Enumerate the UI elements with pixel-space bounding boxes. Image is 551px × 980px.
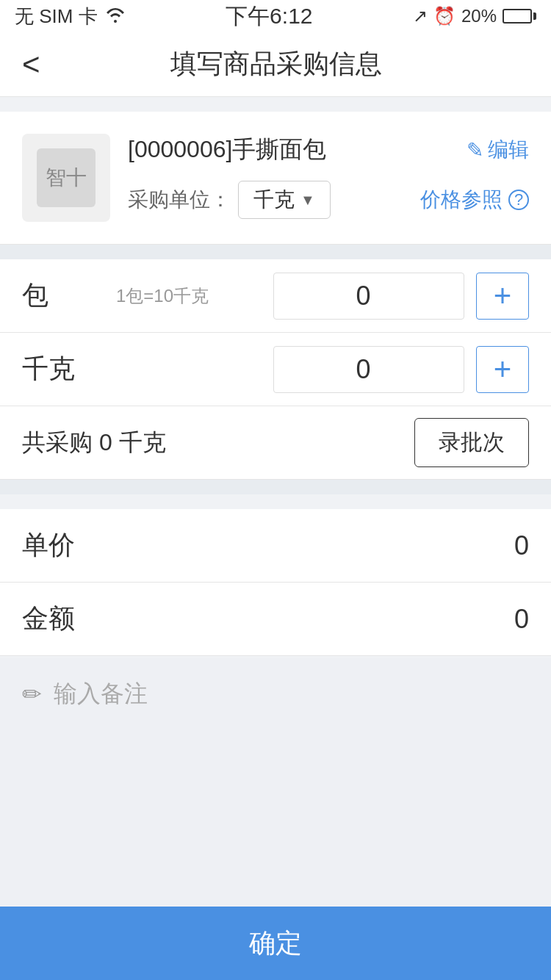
product-card: 智十 [0000006]手撕面包 ✎ 编辑 采购单位： 千克 ▼ 价格参照 ? <box>0 112 551 245</box>
confirm-button-label: 确定 <box>249 926 302 962</box>
status-left: 无 SIM 卡 <box>15 4 126 29</box>
confirm-bar[interactable]: 确定 <box>0 907 551 980</box>
batch-button[interactable]: 录批次 <box>414 418 529 467</box>
unit-value: 千克 <box>253 186 295 214</box>
pencil-icon: ✏ <box>22 680 42 708</box>
bag-quantity-input[interactable] <box>273 273 464 320</box>
price-section: 单价 0 金额 0 <box>0 509 551 656</box>
status-bar: 无 SIM 卡 下午6:12 ↗ ⏰ 20% <box>0 0 551 32</box>
edit-icon: ✎ <box>467 138 483 162</box>
kg-quantity-input[interactable] <box>273 346 464 393</box>
unit-price-label: 单价 <box>22 527 75 563</box>
back-button[interactable]: < <box>22 47 55 82</box>
product-image: 智十 <box>22 134 110 222</box>
alarm-icon: ⏰ <box>433 6 455 26</box>
total-label: 共采购 0 千克 <box>22 427 166 459</box>
bag-label: 包 <box>22 278 110 314</box>
remark-section[interactable]: ✏ 输入备注 <box>0 657 551 731</box>
help-icon: ? <box>508 190 529 210</box>
kg-plus-button[interactable]: + <box>476 346 529 393</box>
amount-row: 金额 0 <box>0 583 551 656</box>
plus-icon: + <box>494 278 512 314</box>
remark-placeholder: 输入备注 <box>54 678 148 710</box>
product-name: [0000006]手撕面包 <box>128 134 326 166</box>
nav-bar: < 填写商品采购信息 <box>0 32 551 97</box>
product-name-row: [0000006]手撕面包 ✎ 编辑 <box>128 134 529 166</box>
product-info: [0000006]手撕面包 ✎ 编辑 采购单位： 千克 ▼ 价格参照 ? <box>128 134 529 219</box>
price-reference-button[interactable]: 价格参照 ? <box>420 186 529 214</box>
amount-value: 0 <box>514 604 529 635</box>
section-divider-2 <box>0 480 551 494</box>
unit-price-value: 0 <box>514 530 529 561</box>
unit-prefix-label: 采购单位： <box>128 186 231 214</box>
dropdown-icon: ▼ <box>300 192 315 209</box>
battery-icon <box>503 9 536 24</box>
plus-icon-2: + <box>494 352 512 387</box>
wifi-icon <box>105 5 126 28</box>
section-divider-1 <box>0 245 551 259</box>
kg-label: 千克 <box>22 351 110 387</box>
unit-row: 采购单位： 千克 ▼ 价格参照 ? <box>128 181 529 219</box>
product-logo: 智十 <box>37 148 96 207</box>
location-icon: ↗ <box>413 6 428 26</box>
kg-input-control: + <box>110 346 529 393</box>
kg-input-row: 千克 + <box>0 333 551 406</box>
input-section: 包 1包=10千克 + 千克 + <box>0 259 551 406</box>
bag-input-row: 包 1包=10千克 + <box>0 259 551 333</box>
amount-label: 金额 <box>22 601 75 637</box>
battery-pct: 20% <box>461 6 497 26</box>
bag-input-control: + <box>209 273 529 320</box>
edit-button[interactable]: ✎ 编辑 <box>467 136 529 164</box>
unit-selector[interactable]: 千克 ▼ <box>238 181 331 219</box>
page-title: 填写商品采购信息 <box>55 46 498 82</box>
bag-sub-label: 1包=10千克 <box>116 284 209 308</box>
status-time: 下午6:12 <box>226 1 312 32</box>
status-right: ↗ ⏰ 20% <box>413 6 536 26</box>
sim-status: 无 SIM 卡 <box>15 4 98 29</box>
unit-price-row: 单价 0 <box>0 509 551 583</box>
bag-plus-button[interactable]: + <box>476 273 529 320</box>
total-row: 共采购 0 千克 录批次 <box>0 406 551 480</box>
